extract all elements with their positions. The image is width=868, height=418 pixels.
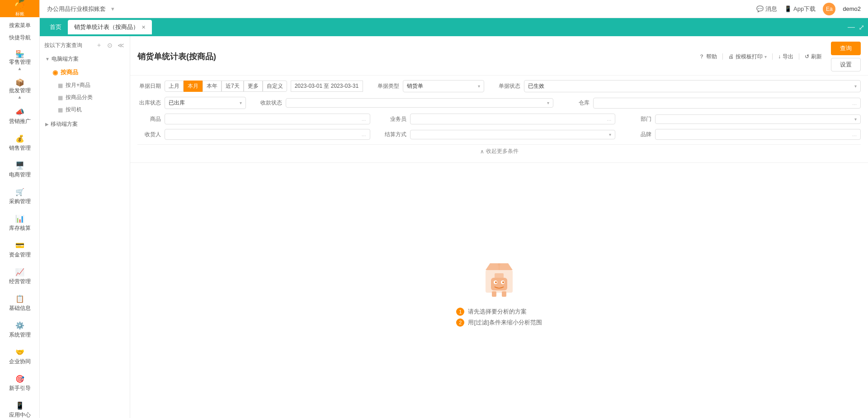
refresh-icon: ↺ bbox=[805, 53, 809, 60]
sidebar-item-apps[interactable]: 📱 应用中心 bbox=[0, 397, 39, 418]
export-label: 导出 bbox=[783, 53, 793, 61]
print-icon: 🖨 bbox=[728, 53, 734, 60]
app-download-button[interactable]: 📱 App下载 bbox=[784, 5, 816, 13]
brand-dots: ... bbox=[852, 131, 857, 138]
date-btn-this-month[interactable]: 本月 bbox=[184, 81, 203, 92]
salesperson-input[interactable]: ... bbox=[410, 114, 616, 124]
avatar[interactable]: Ea bbox=[823, 3, 835, 15]
sidebar-item-system[interactable]: ⚙️ 系统管理 bbox=[0, 317, 39, 343]
payment-arrow: ▾ bbox=[609, 132, 611, 137]
lp-group-mobile-header[interactable]: ▶ 移动端方案 bbox=[40, 118, 130, 131]
app-download-label: App下载 bbox=[793, 5, 816, 13]
lp-subitem-by-month-product[interactable]: ▦ 按月+商品 bbox=[40, 79, 130, 91]
recipient-dots: ... bbox=[362, 131, 366, 138]
by-category-label: 按商品分类 bbox=[66, 94, 93, 101]
export-icon: ↓ bbox=[778, 53, 781, 60]
filter-collapse-button[interactable]: ∧ 收起更多条件 bbox=[137, 144, 861, 158]
sales-icon: 💰 bbox=[15, 134, 24, 143]
doc-status-arrow: ▾ bbox=[854, 84, 857, 89]
sidebar-item-purchase[interactable]: 🛒 采购管理 bbox=[0, 183, 39, 210]
tab-sales-stats-label: 销货单统计表（按商品） bbox=[74, 23, 139, 31]
sidebar-item-inventory[interactable]: 📊 库存核算 bbox=[0, 210, 39, 237]
sidebar-item-operation[interactable]: 📈 经营管理 bbox=[0, 263, 39, 290]
lp-collapse-button[interactable]: ≪ bbox=[116, 41, 125, 50]
date-btn-last-month[interactable]: 上月 bbox=[165, 81, 184, 92]
receipt-status-select[interactable]: ▾ bbox=[286, 98, 553, 108]
collapse-label: 收起更多条件 bbox=[486, 147, 519, 155]
by-machine-icon: ▦ bbox=[58, 107, 63, 113]
svg-rect-3 bbox=[491, 278, 507, 290]
tab-close-button[interactable]: ✕ bbox=[142, 24, 146, 30]
date-btn-this-year[interactable]: 本年 bbox=[203, 81, 222, 92]
sidebar-label-newbie: 新手引导 bbox=[9, 385, 31, 392]
brand-input[interactable]: ... bbox=[655, 129, 861, 140]
print-label: 按模板打印 bbox=[736, 53, 763, 61]
tab-home[interactable]: 首页 bbox=[43, 20, 68, 34]
sidebar-item-sales[interactable]: 💰 销售管理 bbox=[0, 130, 39, 157]
lp-subitem-by-machine[interactable]: ▦ 按司机 bbox=[40, 104, 130, 116]
sidebar-item-marketing[interactable]: 📣 营销推广 bbox=[0, 103, 39, 130]
salesperson-label: 业务员 bbox=[383, 115, 406, 123]
sidebar-item-enterprise[interactable]: 🤝 企业协同 bbox=[0, 343, 39, 370]
topbar-dropdown-arrow[interactable]: ▾ bbox=[111, 5, 114, 12]
empty-icon bbox=[472, 254, 526, 299]
doc-status-label: 单据状态 bbox=[497, 82, 520, 90]
topbar: 办公用品行业模拟账套 ▾ 💬 消息 📱 App下载 Ea demo2 bbox=[40, 0, 868, 18]
page-actions: ？ 帮助 🖨 按模板打印 ▾ ↓ 导出 bbox=[699, 42, 861, 71]
settings-button[interactable]: 设置 bbox=[831, 58, 861, 71]
export-button[interactable]: ↓ 导出 bbox=[778, 53, 793, 61]
lp-add-button[interactable]: ＋ bbox=[94, 41, 104, 50]
sidebar-item-finance[interactable]: 💳 资金管理 bbox=[0, 237, 39, 263]
help-button[interactable]: ？ 帮助 bbox=[699, 53, 717, 61]
date-quick-buttons: 上月 本月 本年 近7天 更多 自定义 bbox=[165, 81, 287, 92]
tab-sales-stats[interactable]: 销货单统计表（按商品） ✕ bbox=[68, 20, 152, 34]
refresh-button[interactable]: ↺ 刷新 bbox=[805, 53, 822, 61]
sidebar-item-ecommerce[interactable]: 🖥️ 电商管理 bbox=[0, 157, 39, 183]
salesperson-dots: ... bbox=[607, 116, 611, 122]
by-month-label: 按月+商品 bbox=[66, 81, 90, 89]
sidebar-item-newbie[interactable]: 🎯 新手引导 bbox=[0, 370, 39, 397]
basic-icon: 📋 bbox=[15, 294, 24, 303]
doc-status-select[interactable]: 已生效 ▾ bbox=[524, 80, 861, 92]
date-btn-custom[interactable]: 自定义 bbox=[263, 81, 287, 92]
sidebar-search[interactable]: 搜索菜单 bbox=[0, 17, 39, 32]
lp-subitem-by-category[interactable]: ▦ 按商品分类 bbox=[40, 91, 130, 104]
sidebar-item-basic[interactable]: 📋 基础信息 bbox=[0, 290, 39, 317]
out-status-select[interactable]: 已出库 ▾ bbox=[165, 97, 246, 109]
product-input[interactable]: ... bbox=[165, 114, 370, 124]
lp-item-by-product[interactable]: ◉ 按商品 bbox=[40, 66, 130, 79]
product-dots: ... bbox=[362, 116, 366, 122]
user-name: demo2 bbox=[843, 5, 861, 12]
sidebar-label-ecommerce: 电商管理 bbox=[9, 171, 31, 179]
date-range-input[interactable]: 2023-03-01 至 2023-03-31 bbox=[291, 81, 363, 92]
message-button[interactable]: 💬 消息 bbox=[756, 5, 777, 13]
doc-type-select[interactable]: 销货单 ▾ bbox=[403, 80, 484, 92]
svg-rect-10 bbox=[492, 291, 496, 297]
warehouse-label: 仓库 bbox=[566, 99, 590, 107]
sidebar-nav[interactable]: 快捷导航 bbox=[0, 32, 39, 44]
recipient-input[interactable]: ... bbox=[165, 129, 370, 140]
operation-icon: 📈 bbox=[15, 268, 24, 276]
print-dropdown-arrow[interactable]: ▾ bbox=[764, 54, 767, 59]
filter-row-1: 单据日期 上月 本月 本年 近7天 更多 自定义 2023-03-01 至 20… bbox=[137, 80, 861, 92]
tab-maximize-button[interactable]: ⤢ bbox=[859, 23, 864, 32]
svg-point-6 bbox=[495, 281, 497, 283]
help-label: 帮助 bbox=[706, 53, 717, 61]
date-btn-more[interactable]: 更多 bbox=[244, 81, 263, 92]
date-btn-7days[interactable]: 近7天 bbox=[222, 81, 244, 92]
department-select[interactable]: ▾ bbox=[655, 114, 861, 124]
filter-row-2: 出库状态 已出库 ▾ 收款状态 ▾ 仓库 ... bbox=[137, 97, 861, 109]
lp-group-desktop-header[interactable]: ▼ 电脑端方案 bbox=[40, 52, 130, 66]
sidebar-item-retail[interactable]: 🏪 零售管理 ▲ bbox=[0, 46, 39, 75]
warehouse-input[interactable]: ... bbox=[593, 98, 861, 109]
query-button[interactable]: 查询 bbox=[831, 42, 861, 55]
payment-select[interactable]: ▾ bbox=[410, 130, 616, 139]
tab-minimize-button[interactable]: — bbox=[848, 23, 855, 32]
print-button[interactable]: 🖨 按模板打印 ▾ bbox=[728, 53, 767, 61]
sidebar-item-wholesale[interactable]: 📦 批发管理 ▲ bbox=[0, 75, 39, 103]
out-status-arrow: ▾ bbox=[240, 100, 242, 105]
lp-settings-button[interactable]: ⊙ bbox=[105, 41, 114, 50]
wholesale-expand-arrow: ▲ bbox=[18, 95, 22, 100]
mobile-group-arrow: ▶ bbox=[45, 122, 49, 127]
ecommerce-icon: 🖥️ bbox=[15, 161, 24, 170]
